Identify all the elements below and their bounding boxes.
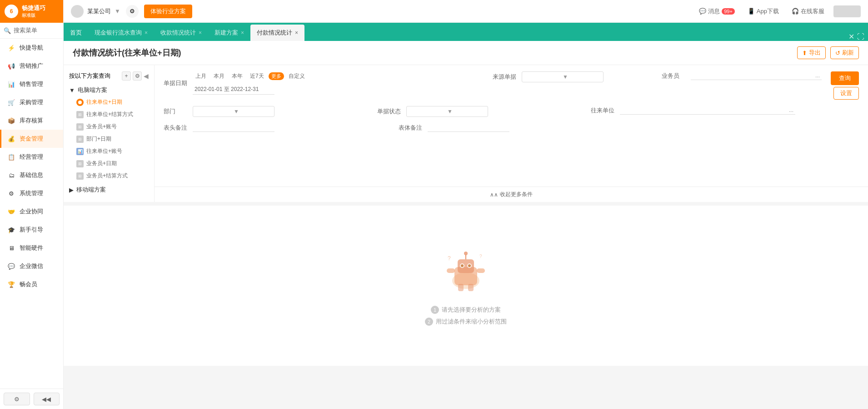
mobile-expand-icon: ▶ [69, 187, 74, 193]
refresh-btn[interactable]: ↺ 刷新 [830, 46, 859, 59]
scheme-add-btn[interactable]: + [122, 71, 131, 81]
search-icon: 🔍 [4, 27, 11, 34]
scheme-panel: 按以下方案查询 + ⚙ ◀ ▼ 电脑端方案 [64, 65, 155, 202]
tab-home[interactable]: 首页 [64, 25, 88, 41]
salesman-label: 业务员 [662, 72, 687, 80]
sidebar-item-hardware[interactable]: 🖥 智能硬件 [0, 239, 63, 257]
scheme-group-desktop: ▼ 电脑端方案 往来单位+日期 ⊞ 往来单位+结算 [64, 84, 154, 182]
wechat-icon: 💬 [7, 262, 16, 271]
search-menu[interactable]: 🔍 搜索菜单 [0, 23, 63, 39]
doc-status-label: 单据状态 [377, 107, 403, 116]
scheme-settings-btn[interactable]: ⚙ [133, 71, 142, 81]
tab-fullscreen-btn[interactable]: ⛶ [857, 33, 864, 41]
sidebar-settings-btn[interactable]: ⚙ [4, 393, 30, 405]
tab-cash-flow[interactable]: 现金银行流水查询 × [88, 25, 154, 41]
tab-close-all-btn[interactable]: ✕ [848, 32, 854, 41]
sidebar-item-purchase[interactable]: 🛒 采购管理 [0, 93, 63, 111]
scheme-item-salesman-date[interactable]: ⊞ 业务员+日期 [64, 157, 154, 170]
hardware-icon: 🖥 [7, 243, 16, 252]
sidebar-header: 6 畅捷通巧 标准版 [0, 0, 63, 23]
dept-select[interactable]: ▼ [193, 106, 274, 117]
tab-payment-stats[interactable]: 付款情况统计 × [250, 25, 304, 41]
doc-status-select[interactable]: ▼ [406, 106, 488, 117]
scheme-item-partner-date[interactable]: 往来单位+日期 [64, 96, 154, 108]
app-name: 畅捷通巧 [22, 4, 45, 12]
inventory-icon: 📦 [7, 116, 16, 125]
sidebar-item-enterprise[interactable]: 🤝 企业协同 [0, 202, 63, 221]
table-body-note-input[interactable] [428, 123, 509, 132]
sidebar-item-operation[interactable]: 📋 经营管理 [0, 148, 63, 166]
scheme-group-mobile: ▶ 移动端方案 [64, 184, 154, 196]
sidebar-settings-icon: ⚙ [14, 396, 20, 403]
sidebar-item-finance[interactable]: 💰 资金管理 [0, 130, 63, 148]
shortcut-this-year[interactable]: 本年 [229, 71, 245, 81]
source-doc-select[interactable]: ▼ [522, 71, 604, 82]
tab-close-receipt-stats[interactable]: × [199, 30, 202, 36]
sidebar-item-basic[interactable]: 🗂 基础信息 [0, 166, 63, 184]
scheme-group-mobile-header[interactable]: ▶ 移动端方案 [64, 184, 154, 196]
user-name: 某某公司 [87, 7, 111, 15]
dept-date-icon: ⊞ [76, 136, 84, 143]
empty-tip-2: 2 用过滤条件来缩小分析范围 [425, 318, 507, 326]
sidebar-item-guide[interactable]: 🎓 新手引导 [0, 221, 63, 239]
app-download-btn[interactable]: 📱 App下载 [744, 5, 783, 17]
customer-service-btn[interactable]: 🎧 在线客服 [788, 5, 828, 17]
dropdown-arrow[interactable]: ▼ [115, 8, 120, 15]
salesman-input[interactable]: ... [691, 71, 822, 80]
collapse-chevron-icon: ∧∧ [490, 192, 498, 198]
sidebar: 6 畅捷通巧 标准版 🔍 搜索菜单 ⚡ 快捷导航 📢 营销推广 📊 销售管理 🛒… [0, 0, 64, 409]
doc-status-arrow: ▼ [447, 108, 483, 115]
partner-input[interactable]: ... [620, 106, 795, 115]
svg-rect-10 [477, 268, 485, 273]
sidebar-item-marketing[interactable]: 📢 营销推广 [0, 57, 63, 75]
collapse-conditions-btn[interactable]: ∧∧ 收起更多条件 [490, 191, 533, 198]
table-header-note-input[interactable] [193, 123, 274, 132]
shortcut-custom[interactable]: 自定义 [286, 71, 308, 81]
tab-receipt-stats[interactable]: 收款情况统计 × [154, 25, 208, 41]
scheme-group-desktop-header[interactable]: ▼ 电脑端方案 [64, 84, 154, 96]
scheme-item-salesman-account[interactable]: ⊞ 业务员+账号 [64, 121, 154, 133]
trial-btn[interactable]: 体验行业方案 [144, 5, 192, 18]
sidebar-item-vip[interactable]: 🏆 畅会员 [0, 275, 63, 293]
dept-label: 部门 [164, 107, 189, 116]
sidebar-collapse-btn[interactable]: ◀◀ [34, 393, 60, 405]
date-range-display: 2022-01-01 至 2022-12-31 [193, 85, 274, 95]
partner-dots: ... [789, 107, 793, 113]
scheme-item-partner-settlement[interactable]: ⊞ 往来单位+结算方式 [64, 108, 154, 121]
service-icon: 🎧 [792, 8, 799, 15]
query-btn[interactable]: 查询 [831, 71, 859, 85]
tab-close-cash-flow[interactable]: × [145, 30, 148, 36]
sidebar-footer: ⚙ ◀◀ [0, 389, 63, 409]
scheme-group-mobile-label: 移动端方案 [76, 186, 106, 194]
notifications-btn[interactable]: 💬 消息 99+ [695, 5, 738, 17]
shortcut-last-month[interactable]: 上月 [193, 71, 209, 81]
tab-close-payment-stats[interactable]: × [295, 30, 298, 36]
sidebar-item-quick-nav[interactable]: ⚡ 快捷导航 [0, 39, 63, 57]
shortcut-more[interactable]: 更多 [269, 72, 284, 80]
shortcut-this-month[interactable]: 本月 [211, 71, 227, 81]
salesman-date-icon: ⊞ [76, 160, 84, 167]
scheme-item-dept-date[interactable]: ⊞ 部门+日期 [64, 133, 154, 145]
quick-nav-icon: ⚡ [7, 43, 16, 52]
table-body-note-label: 表体备注 [399, 124, 424, 132]
sidebar-item-sales[interactable]: 📊 销售管理 [0, 75, 63, 93]
tab-new-plan[interactable]: 新建方案 × [208, 25, 250, 41]
header-user-block[interactable] [833, 5, 861, 17]
svg-point-5 [461, 264, 464, 267]
scheme-settings-icon: ⚙ [135, 73, 140, 79]
svg-text:?: ? [479, 254, 482, 259]
svg-text:?: ? [448, 255, 451, 262]
sidebar-item-wechat[interactable]: 💬 企业微信 [0, 257, 63, 275]
export-btn[interactable]: ⬆ 导出 [797, 46, 826, 59]
sidebar-item-inventory[interactable]: 📦 库存核算 [0, 111, 63, 130]
scheme-item-partner-account[interactable]: 📊 往来单位+账号 [64, 145, 154, 157]
settings-icon[interactable]: ⚙ [126, 5, 139, 18]
sidebar-item-system[interactable]: ⚙ 系统管理 [0, 184, 63, 202]
filter-setting-btn[interactable]: 设置 [833, 87, 859, 100]
scheme-collapse-btn[interactable]: ◀ [144, 72, 149, 80]
shortcut-last-7[interactable]: 近7天 [247, 71, 267, 81]
page-title: 付款情况统计(往来单位+日期) [73, 47, 181, 58]
tab-close-new-plan[interactable]: × [241, 30, 244, 36]
filter-row-2: 部门 ▼ 单据状态 ▼ [164, 106, 859, 117]
scheme-item-salesman-settlement[interactable]: ⊞ 业务员+结算方式 [64, 170, 154, 182]
